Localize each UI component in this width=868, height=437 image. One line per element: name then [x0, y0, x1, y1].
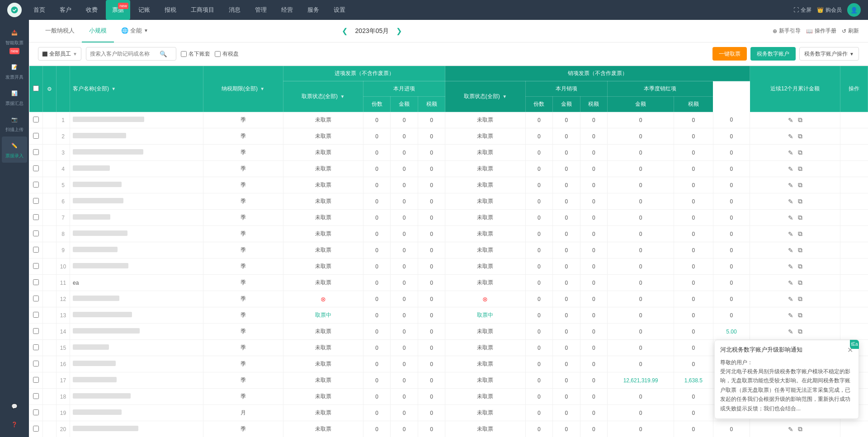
- nav-business[interactable]: 工商项目: [184, 0, 221, 20]
- nav-invoice[interactable]: 票据 new: [106, 0, 130, 20]
- digital-account-op-btn[interactable]: 税务数字账户操作 ▼: [799, 47, 859, 61]
- nav-settings[interactable]: 设置: [327, 0, 352, 20]
- row-checkbox[interactable]: [33, 361, 39, 367]
- search-btn[interactable]: 🔍: [160, 51, 167, 57]
- sidebar-item-summary[interactable]: 📊 票据汇总: [2, 84, 27, 110]
- user-avatar[interactable]: 👤: [847, 3, 861, 17]
- sidebar-item-open-invoice[interactable]: 📝 发票开具: [2, 58, 27, 84]
- tab-small-scale[interactable]: 小规模: [82, 20, 114, 42]
- tab-general-taxpayer[interactable]: 一般纳税人: [38, 20, 82, 42]
- edit-btn[interactable]: ✎: [787, 197, 794, 206]
- prev-month-btn[interactable]: ❮: [340, 26, 350, 37]
- edit-btn[interactable]: ✎: [787, 164, 794, 174]
- edit-btn[interactable]: ✎: [787, 262, 794, 271]
- copy-btn[interactable]: ⧉: [797, 278, 803, 287]
- out-status-filter-icon[interactable]: ▼: [502, 94, 507, 99]
- nav-customer[interactable]: 客户: [53, 0, 78, 20]
- nav-service[interactable]: 服务: [301, 0, 326, 20]
- row-checkbox[interactable]: [33, 426, 39, 432]
- manual-link[interactable]: 📖 操作手册: [806, 27, 836, 35]
- row-checkbox[interactable]: [33, 214, 39, 220]
- copy-btn[interactable]: ⧉: [797, 197, 803, 206]
- edit-btn[interactable]: ✎: [787, 116, 794, 125]
- copy-btn[interactable]: ⧉: [797, 213, 803, 222]
- row-checkbox[interactable]: [33, 296, 39, 301]
- edit-btn[interactable]: ✎: [787, 246, 794, 255]
- checkbox-subaccount[interactable]: 名下账套: [181, 50, 210, 58]
- copy-btn[interactable]: ⧉: [797, 310, 803, 320]
- copy-btn[interactable]: ⧉: [797, 262, 803, 271]
- one-click-btn[interactable]: 一键取票: [712, 47, 747, 61]
- copy-btn[interactable]: ⧉: [797, 294, 803, 304]
- row-checkbox[interactable]: [33, 393, 39, 399]
- row-checkbox[interactable]: [33, 117, 39, 122]
- row-checkbox[interactable]: [33, 312, 39, 318]
- row-checkbox[interactable]: [33, 165, 39, 171]
- row-checkbox[interactable]: [33, 133, 39, 139]
- edit-btn[interactable]: ✎: [787, 295, 794, 304]
- edit-btn[interactable]: ✎: [787, 213, 794, 222]
- digital-account-btn[interactable]: 税务数字账户: [750, 47, 796, 61]
- row-checkbox[interactable]: [33, 247, 39, 253]
- edit-btn[interactable]: ✎: [787, 311, 794, 320]
- customer-name: ea: [73, 280, 79, 286]
- search-input[interactable]: [90, 51, 158, 57]
- copy-btn[interactable]: ⧉: [797, 115, 803, 125]
- tab-all[interactable]: 🌐 全能 ▼: [114, 20, 156, 42]
- nav-tax[interactable]: 报税: [158, 0, 183, 20]
- sidebar-item-scan[interactable]: 📷 扫描上传: [2, 110, 27, 136]
- taxdisk-checkbox[interactable]: [215, 51, 221, 57]
- edit-btn[interactable]: ✎: [787, 181, 794, 190]
- copy-btn[interactable]: ⧉: [797, 132, 803, 141]
- copy-btn[interactable]: ⧉: [797, 180, 803, 190]
- copy-btn[interactable]: ⧉: [797, 164, 803, 174]
- edit-btn[interactable]: ✎: [787, 278, 794, 287]
- row-checkbox[interactable]: [33, 279, 39, 285]
- in-status-filter-icon[interactable]: ▼: [340, 94, 344, 99]
- sidebar-item-entry[interactable]: ✏️ 票据录入: [2, 136, 27, 163]
- nav-billing[interactable]: 收费: [80, 0, 104, 20]
- fullscreen-btn[interactable]: ⛶ 全屏: [793, 6, 811, 14]
- nav-home[interactable]: 首页: [27, 0, 52, 20]
- member-btn[interactable]: 👑 购会员: [817, 6, 842, 14]
- edit-btn[interactable]: ✎: [787, 132, 794, 141]
- copy-btn[interactable]: ⧉: [797, 245, 803, 255]
- refresh-link[interactable]: ↺ 刷新: [842, 27, 859, 35]
- edit-btn[interactable]: ✎: [787, 230, 794, 239]
- select-all-checkbox[interactable]: [33, 85, 39, 91]
- copy-btn[interactable]: ⧉: [797, 148, 803, 157]
- customer-filter-icon[interactable]: ▼: [111, 86, 116, 91]
- sidebar-item-smart-ticket[interactable]: 📥 智能取票 new: [2, 23, 27, 58]
- row-checkbox[interactable]: [33, 198, 39, 204]
- copy-btn[interactable]: ⧉: [797, 424, 803, 434]
- row-checkbox[interactable]: [33, 409, 39, 415]
- subaccount-checkbox[interactable]: [181, 51, 187, 57]
- tax-period-filter-icon[interactable]: ▼: [260, 86, 264, 91]
- nav-management[interactable]: 管理: [249, 0, 273, 20]
- edit-btn[interactable]: ✎: [787, 148, 794, 157]
- row-checkbox[interactable]: [33, 344, 39, 350]
- nav-accounting[interactable]: 记账: [132, 0, 156, 20]
- logo[interactable]: [7, 3, 22, 17]
- new-guide-link[interactable]: ⊕ 新手引导: [773, 27, 801, 35]
- edit-btn[interactable]: ✎: [787, 327, 794, 336]
- row-checkbox[interactable]: [33, 328, 39, 334]
- next-month-btn[interactable]: ❯: [394, 26, 405, 37]
- row-checkbox[interactable]: [33, 377, 39, 383]
- table-row: 11ea季未取票000未取票000000 ✎ ⧉: [29, 275, 868, 291]
- settings-icon[interactable]: ⚙: [47, 86, 52, 92]
- row-checkbox[interactable]: [33, 230, 39, 236]
- sidebar-item-bottom1[interactable]: 💬: [2, 397, 27, 415]
- copy-btn[interactable]: ⧉: [797, 327, 803, 336]
- nav-message[interactable]: 消息: [222, 0, 247, 20]
- row-checkbox[interactable]: [33, 263, 39, 269]
- copy-btn[interactable]: ⧉: [797, 229, 803, 239]
- row-checkbox[interactable]: [33, 182, 39, 188]
- row-checkbox[interactable]: [33, 149, 39, 155]
- employee-select[interactable]: ⬛ 全部员工 ▼: [38, 47, 81, 61]
- edit-btn[interactable]: ✎: [787, 425, 794, 434]
- in-count: 0: [375, 329, 378, 335]
- sidebar-item-bottom2[interactable]: ❓: [2, 415, 27, 433]
- nav-operation[interactable]: 经营: [275, 0, 299, 20]
- checkbox-taxdisk[interactable]: 有税盘: [215, 50, 239, 58]
